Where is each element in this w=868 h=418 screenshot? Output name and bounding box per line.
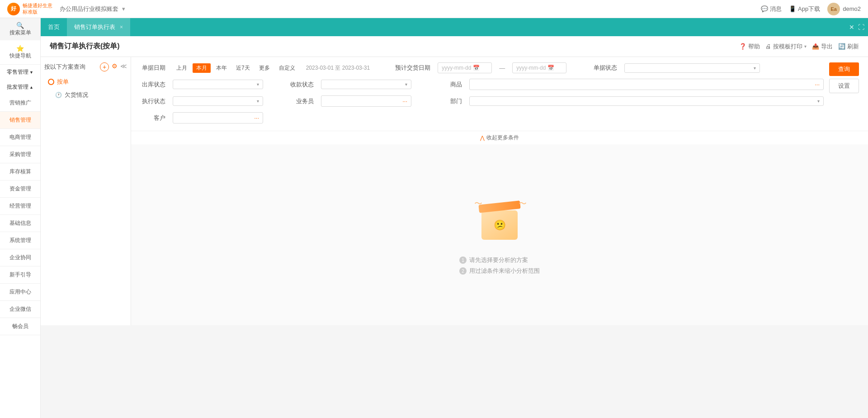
- goods-label: 商品: [437, 81, 462, 89]
- tab-sales-exec[interactable]: 销售订单执行表 ×: [67, 18, 130, 36]
- payment-caret: ▾: [405, 82, 407, 87]
- sidebar-item-inventory[interactable]: 库存核算: [0, 163, 40, 180]
- department-select[interactable]: ▾: [469, 96, 824, 106]
- phone-icon: 📱: [789, 5, 796, 12]
- avatar: Ea: [827, 3, 840, 15]
- sidebar-item-ecommerce[interactable]: 电商管理: [0, 129, 40, 146]
- sub-item-shortage[interactable]: 🕐 欠货情况: [44, 89, 127, 101]
- message-label: 消息: [770, 5, 782, 13]
- main-layout: 🔍 搜索菜单 ⭐ 快捷导航 零售管理 批发管理 营销推广 销售管理 电商管理 采…: [0, 18, 868, 418]
- sidebar-item-retail[interactable]: 零售管理: [0, 65, 40, 80]
- date-tab-custom[interactable]: 自定义: [275, 63, 299, 73]
- collapse-panel-icon[interactable]: ≪: [120, 62, 127, 71]
- delivery-caret: ▾: [257, 82, 259, 87]
- sidebar-item-purchase[interactable]: 采购管理: [0, 146, 40, 163]
- settings-button[interactable]: 设置: [829, 79, 859, 93]
- filter-row-1: 单据日期 上月 本月 本年 近7天 更多 自定义: [140, 62, 824, 73]
- filter-fields-container: 单据日期 上月 本月 本年 近7天 更多 自定义: [140, 62, 824, 129]
- sidebar-item-enterprise[interactable]: 企业协同: [0, 249, 40, 266]
- sidebar-item-member[interactable]: 畅会员: [0, 318, 40, 335]
- salesperson-select[interactable]: ···: [321, 95, 411, 107]
- sidebar-item-sales[interactable]: 销售管理: [0, 112, 40, 129]
- top-header: 好 畅捷通好生意 标准版 办公用品行业模拟账套 ▾ 💬 消息 📱 App下载 E…: [0, 0, 868, 18]
- date-range-text: 2023-03-01 至 2023-03-31: [306, 64, 370, 72]
- execution-status-select[interactable]: ▾: [173, 96, 263, 106]
- execution-caret: ▾: [257, 99, 259, 104]
- sidebar-item-appcenter[interactable]: 应用中心: [0, 284, 40, 301]
- right-panel: 单据日期 上月 本月 本年 近7天 更多 自定义: [131, 57, 868, 325]
- filter-section: 单据日期 上月 本月 本年 近7天 更多 自定义: [131, 57, 868, 144]
- collapse-more-btn[interactable]: ⋀ 收起更多条件: [131, 131, 868, 144]
- doc-status-select[interactable]: ▾: [624, 63, 760, 73]
- print-button[interactable]: 🖨 按模板打印 ▾: [765, 43, 807, 51]
- tab-expand-icon[interactable]: ⛶: [858, 24, 864, 31]
- filter-row-2: 出库状态 ▾ 收款状态 ▾: [140, 79, 824, 90]
- scheme-label: 按单: [57, 78, 69, 86]
- date-tab-thismonth[interactable]: 本月: [193, 63, 211, 73]
- empty-tip-2: 2 用过滤条件来缩小分析范围: [459, 267, 540, 275]
- date-from-placeholder: yyyy-mm-dd: [442, 65, 471, 71]
- settings-scheme-icon[interactable]: ⚙: [112, 62, 118, 71]
- sidebar-item-basic[interactable]: 基础信息: [0, 215, 40, 232]
- delivery-status-select[interactable]: ▾: [173, 80, 263, 89]
- query-button[interactable]: 查询: [829, 62, 859, 76]
- export-icon: 📤: [812, 43, 819, 50]
- date-tabs: 上月 本月 本年 近7天 更多 自定义: [173, 63, 299, 73]
- left-panel-icons: + ⚙ ≪: [100, 62, 127, 71]
- tab-home[interactable]: 首页: [41, 18, 67, 36]
- tab-close-icon[interactable]: ×: [120, 24, 123, 30]
- filter-row-4: 客户 ···: [140, 112, 824, 124]
- help-button[interactable]: ❓ 帮助: [739, 43, 760, 51]
- goods-ellipsis: ···: [815, 81, 820, 88]
- scheme-item-byorder[interactable]: 按单: [44, 75, 127, 89]
- page-title: 销售订单执行表(按单): [50, 42, 120, 51]
- date-to-placeholder: yyyy-mm-dd: [516, 65, 546, 71]
- date-tab-thisyear[interactable]: 本年: [212, 63, 231, 73]
- sidebar-item-wholesale[interactable]: 批发管理: [0, 80, 40, 95]
- date-label: 单据日期: [140, 64, 165, 72]
- goods-select[interactable]: ···: [469, 79, 824, 90]
- sidebar-item-corpwechat[interactable]: 企业微信: [0, 301, 40, 318]
- export-button[interactable]: 📤 导出: [812, 43, 833, 51]
- scheme-title: 按以下方案查询: [44, 63, 85, 71]
- sidebar-item-quicknav[interactable]: ⭐ 快捷导航: [0, 40, 40, 65]
- export-label: 导出: [821, 43, 833, 51]
- tab-close-all-icon[interactable]: ✕: [849, 24, 854, 31]
- sidebar-item-finance[interactable]: 资金管理: [0, 180, 40, 198]
- clock-icon: 🕐: [55, 92, 62, 98]
- calendar-icon-to: 📅: [547, 65, 554, 71]
- salesperson-label: 业务员: [288, 97, 314, 105]
- app-download-label: App下载: [798, 5, 820, 13]
- help-label: 帮助: [748, 43, 760, 51]
- tab-active-label: 销售订单执行表: [74, 23, 115, 31]
- refresh-icon: 🔄: [838, 43, 845, 50]
- payment-status-select[interactable]: ▾: [321, 80, 411, 89]
- expected-date-to[interactable]: yyyy-mm-dd 📅: [512, 62, 566, 73]
- date-tab-more[interactable]: 更多: [255, 63, 274, 73]
- refresh-button[interactable]: 🔄 刷新: [838, 43, 859, 51]
- tip-num-1: 1: [459, 256, 467, 264]
- user-menu[interactable]: Ea demo2: [827, 3, 861, 15]
- left-panel: 按以下方案查询 + ⚙ ≪ 按单: [41, 57, 131, 325]
- page-inner: 销售订单执行表(按单) ❓ 帮助 🖨 按模板打印 ▾ 📤: [41, 36, 868, 325]
- sidebar-item-system[interactable]: 系统管理: [0, 232, 40, 249]
- top-title-arrow[interactable]: ▾: [122, 5, 125, 12]
- sidebar-item-operation[interactable]: 经营管理: [0, 198, 40, 215]
- page-content: 销售订单执行表(按单) ❓ 帮助 🖨 按模板打印 ▾ 📤: [41, 36, 868, 418]
- sidebar-item-newuser[interactable]: 新手引导: [0, 266, 40, 284]
- sidebar-search-label: 搜索菜单: [2, 29, 38, 37]
- print-arrow: ▾: [804, 44, 807, 49]
- message-button[interactable]: 💬 消息: [761, 5, 782, 13]
- sidebar-item-search[interactable]: 🔍 搜索菜单: [0, 18, 40, 40]
- customer-select[interactable]: ···: [173, 112, 263, 124]
- help-icon: ❓: [739, 43, 746, 50]
- date-tab-7days[interactable]: 近7天: [232, 63, 254, 73]
- sidebar-item-marketing[interactable]: 营销推广: [0, 95, 40, 112]
- expected-date-from[interactable]: yyyy-mm-dd 📅: [438, 62, 492, 73]
- department-label: 部门: [437, 97, 462, 105]
- add-scheme-icon[interactable]: +: [100, 62, 109, 71]
- app-download-button[interactable]: 📱 App下载: [789, 5, 820, 13]
- sub-item-label: 欠货情况: [65, 91, 88, 99]
- date-tab-lastmonth[interactable]: 上月: [173, 63, 191, 73]
- tab-bar-actions: ✕ ⛶: [849, 24, 868, 31]
